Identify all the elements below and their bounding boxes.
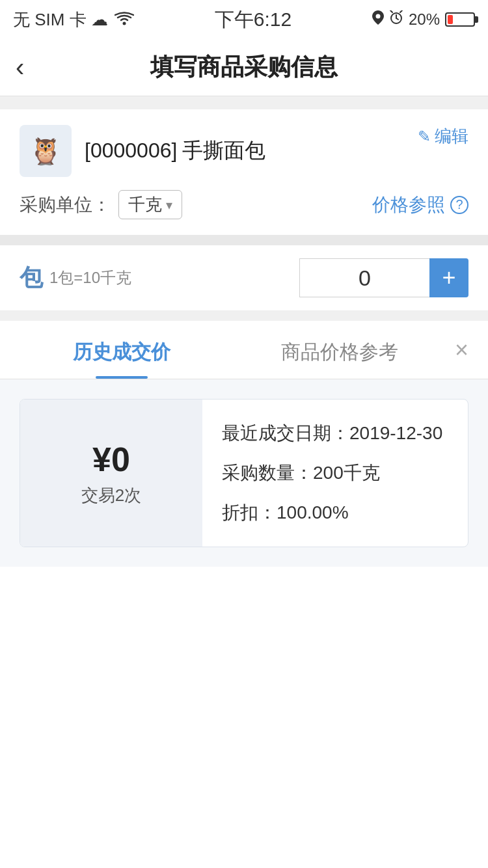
- quantity-input[interactable]: 0: [299, 258, 429, 297]
- purchase-qty-row: 采购数量：200千克: [222, 459, 448, 488]
- edit-label: 编辑: [435, 125, 468, 148]
- unit-box-label: 包: [20, 262, 43, 294]
- history-price-value: ¥0: [92, 440, 130, 479]
- page-header: ‹ 填写商品采购信息: [0, 39, 488, 96]
- tab-close-button[interactable]: ×: [448, 330, 475, 370]
- svg-line-6: [400, 10, 402, 12]
- quantity-plus-button[interactable]: +: [429, 258, 468, 297]
- chevron-down-icon: ▾: [166, 197, 172, 213]
- price-tabs: 历史成交价 商品价格参考 ×: [0, 321, 488, 379]
- svg-line-4: [396, 18, 398, 20]
- status-right: 20%: [372, 10, 475, 29]
- product-thumbnail: 🦉: [20, 125, 72, 177]
- price-number: 0: [111, 441, 130, 478]
- battery-fill: [448, 15, 453, 24]
- question-icon: ?: [450, 196, 468, 214]
- history-transaction-count: 交易2次: [81, 484, 141, 507]
- tab-product-price[interactable]: 商品价格参考: [230, 321, 448, 379]
- quantity-row: 包 1包=10千克 0 +: [0, 245, 488, 310]
- svg-line-5: [390, 10, 392, 12]
- main-background: [0, 567, 488, 868]
- price-panel: 历史成交价 商品价格参考 × ¥0 交易2次 最近成交日期：2019-12-30…: [0, 321, 488, 567]
- svg-point-0: [122, 21, 126, 25]
- edit-icon: ✎: [418, 128, 431, 146]
- unit-equiv-label: 1包=10千克: [49, 267, 131, 288]
- page-title: 填写商品采购信息: [150, 51, 338, 83]
- price-ref-label: 价格参照: [372, 193, 445, 217]
- product-name: 手撕面包: [182, 139, 265, 162]
- quantity-control: 0 +: [299, 258, 468, 297]
- divider: [0, 235, 488, 245]
- product-bottom-row: 采购单位： 千克 ▾ 价格参照 ?: [20, 190, 468, 219]
- status-left: 无 SIM 卡 ☁: [13, 8, 134, 31]
- price-ref-button[interactable]: 价格参照 ?: [372, 193, 468, 217]
- quantity-value: 0: [359, 265, 371, 291]
- battery-icon: [445, 12, 475, 27]
- discount-row: 折扣：100.00%: [222, 498, 448, 528]
- product-info-left: 🦉 [0000006] 手撕面包: [20, 125, 265, 177]
- recent-date-value: 2019-12-30: [349, 423, 442, 443]
- product-top-row: 🦉 [0000006] 手撕面包 ✎ 编辑: [20, 125, 468, 177]
- battery-percent: 20%: [409, 10, 440, 29]
- currency-symbol: ¥: [92, 441, 111, 478]
- purchase-qty-label: 采购数量：: [222, 463, 313, 483]
- purchase-unit-label: 采购单位：: [20, 193, 111, 217]
- product-id: [0000006]: [85, 139, 177, 162]
- alarm-icon: [389, 10, 403, 29]
- location-icon: [372, 10, 384, 29]
- tab-product-label: 商品价格参考: [281, 341, 398, 362]
- owl-icon: 🦉: [29, 136, 62, 167]
- svg-point-1: [375, 14, 380, 19]
- edit-button[interactable]: ✎ 编辑: [418, 125, 468, 148]
- discount-label: 折扣：: [222, 502, 277, 522]
- plus-label: +: [442, 264, 455, 292]
- tab-history-price[interactable]: 历史成交价: [13, 321, 230, 379]
- history-card: ¥0 交易2次 最近成交日期：2019-12-30 采购数量：200千克 折扣：…: [20, 399, 468, 547]
- status-time: 下午6:12: [215, 7, 291, 33]
- recent-date-row: 最近成交日期：2019-12-30: [222, 419, 448, 448]
- back-button[interactable]: ‹: [16, 53, 24, 82]
- unit-dropdown[interactable]: 千克 ▾: [118, 190, 182, 219]
- history-price-right: 最近成交日期：2019-12-30 采购数量：200千克 折扣：100.00%: [202, 400, 468, 547]
- product-card: 🦉 [0000006] 手撕面包 ✎ 编辑 采购单位： 千克 ▾ 价格参照 ?: [0, 109, 488, 235]
- discount-value: 100.00%: [277, 502, 349, 522]
- unit-value: 千克: [128, 193, 162, 216]
- purchase-unit-row: 采购单位： 千克 ▾: [20, 190, 182, 219]
- price-content: ¥0 交易2次 最近成交日期：2019-12-30 采购数量：200千克 折扣：…: [0, 379, 488, 567]
- status-bar: 无 SIM 卡 ☁ 下午6:12: [0, 0, 488, 39]
- tab-history-label: 历史成交价: [73, 341, 170, 362]
- purchase-qty-value: 200千克: [313, 463, 380, 483]
- history-price-left: ¥0 交易2次: [20, 400, 202, 547]
- sim-label: 无 SIM 卡 ☁: [13, 8, 108, 31]
- product-name-container: [0000006] 手撕面包: [85, 137, 265, 165]
- wifi-icon: [115, 10, 134, 30]
- recent-date-label: 最近成交日期：: [222, 423, 349, 443]
- unit-label: 包 1包=10千克: [20, 262, 131, 294]
